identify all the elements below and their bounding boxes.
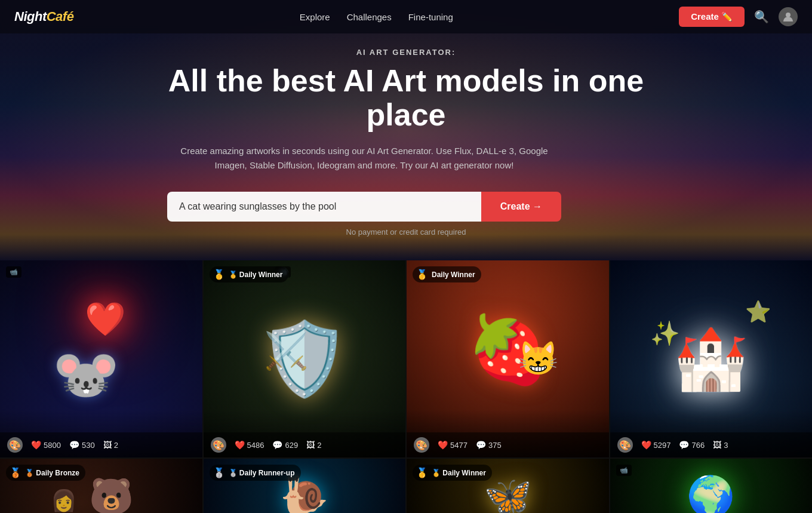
- search-button[interactable]: 🔍: [754, 10, 769, 24]
- video-badge-8: 📹: [616, 465, 632, 476]
- avatar-4: 🎨: [617, 437, 633, 453]
- hero-title: All the best AI Art models in one place: [167, 64, 645, 132]
- svg-point-0: [786, 13, 791, 17]
- nav-links: Explore Challenges Fine-tuning: [300, 12, 453, 22]
- stats-bar-2: 🎨 ❤️5486 💬629 🖼2: [204, 432, 406, 457]
- hero-description: Create amazing artworks in seconds using…: [167, 144, 561, 173]
- daily-winner-badge-3: 🥇Daily Winner: [413, 266, 481, 282]
- daily-runnerup-badge: 🥈🥈 Daily Runner-up: [210, 465, 301, 481]
- likes-3: ❤️5477: [438, 440, 467, 450]
- nav-finetuning[interactable]: Fine-tuning: [408, 12, 453, 22]
- gallery-row-2: 🐻 👩 🥉🥉 Daily Bronze 🐌 🥈🥈 Daily Runner-up…: [0, 459, 812, 513]
- video-badge-1: 📹: [6, 266, 21, 278]
- nav-explore[interactable]: Explore: [300, 12, 330, 22]
- comments-4: 💬766: [679, 440, 705, 450]
- gallery-item-3[interactable]: 🍓 😸 🥇Daily Winner 🎨 ❤️5477 💬375: [407, 260, 609, 457]
- avatar-2: 🎨: [211, 437, 226, 453]
- hero: AI ART GENERATOR: All the best AI Art mo…: [0, 0, 812, 260]
- likes-1: ❤️5800: [31, 440, 61, 450]
- comments-3: 💬375: [476, 440, 502, 450]
- gallery-item-8[interactable]: 🌍 📹: [610, 459, 813, 513]
- navbar: NightCafé Explore Challenges Fine-tuning…: [0, 0, 812, 33]
- images-4: 🖼3: [713, 440, 728, 450]
- logo[interactable]: NightCafé: [14, 9, 73, 24]
- gallery-item-7[interactable]: 🦋 🥇🥇 Daily Winner: [407, 459, 609, 513]
- gallery-row-1: ❤️ 🐭 📹 🎨 ❤️5800 💬530 🖼2 🛡️ ⚔️ 📹 🥇🥇 Daily…: [0, 260, 812, 457]
- nav-right: Create ✏️ 🔍: [679, 7, 798, 27]
- gallery-item-1[interactable]: ❤️ 🐭 📹 🎨 ❤️5800 💬530 🖼2: [0, 260, 202, 457]
- daily-winner-badge-2: 🥇🥇 Daily Winner: [210, 266, 289, 282]
- stats-bar-4: 🎨 ❤️5297 💬766 🖼3: [610, 432, 813, 457]
- likes-4: ❤️5297: [641, 440, 671, 450]
- likes-2: ❤️5486: [235, 440, 264, 450]
- search-input[interactable]: [167, 192, 481, 222]
- search-bar: Create →: [167, 192, 561, 222]
- stats-bar-1: 🎨 ❤️5800 💬530 🖼2: [0, 432, 202, 457]
- nav-challenges[interactable]: Challenges: [347, 12, 392, 22]
- create-nav-button[interactable]: Create ✏️: [679, 7, 745, 27]
- avatar-1: 🎨: [7, 437, 23, 453]
- comments-2: 💬629: [272, 440, 298, 450]
- gallery-item-6[interactable]: 🐌 🥈🥈 Daily Runner-up: [204, 459, 406, 513]
- images-2: 🖼2: [306, 440, 321, 450]
- gallery-item-5[interactable]: 🐻 👩 🥉🥉 Daily Bronze: [0, 459, 202, 513]
- no-payment-notice: No payment or credit card required: [167, 228, 645, 236]
- gallery-item-4[interactable]: 🏰 ✨ ⭐ 🎨 ❤️5297 💬766 🖼3: [610, 260, 813, 457]
- avatar[interactable]: [779, 7, 798, 26]
- gallery-item-2[interactable]: 🛡️ ⚔️ 📹 🥇🥇 Daily Winner 🎨 ❤️5486 💬629 🖼2: [204, 260, 406, 457]
- daily-winner-badge-7: 🥇🥇 Daily Winner: [413, 465, 492, 481]
- daily-bronze-badge: 🥉🥉 Daily Bronze: [6, 465, 85, 481]
- create-button[interactable]: Create →: [481, 192, 561, 222]
- hero-subtitle: AI ART GENERATOR:: [167, 48, 645, 57]
- images-1: 🖼2: [103, 440, 118, 450]
- stats-bar-3: 🎨 ❤️5477 💬375: [407, 432, 609, 457]
- comments-1: 💬530: [69, 440, 95, 450]
- avatar-3: 🎨: [414, 437, 429, 453]
